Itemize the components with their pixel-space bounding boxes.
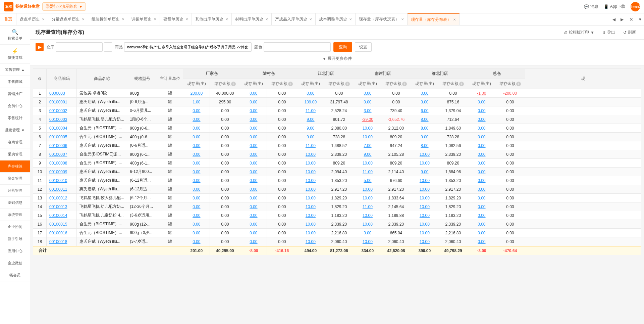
cell-yb-cur[interactable]: 10.00 [411, 194, 438, 202]
message-btn[interactable]: 💬 消息 [584, 4, 598, 9]
cell-jb-cur[interactable]: 10.00 [297, 237, 324, 246]
cell-yb-cur[interactable]: 8.00 [411, 115, 438, 124]
cell-code[interactable]: 00100003 [47, 115, 77, 124]
cell-jb-cur[interactable]: 9.00 [297, 115, 324, 124]
cell-lc-cur[interactable]: 0.00 [240, 237, 267, 246]
cell-jb-cur[interactable]: 9.00 [297, 133, 324, 141]
cell-code[interactable]: 00100004 [47, 124, 77, 133]
sidebar-item-membership[interactable]: 会员中心 [0, 100, 30, 112]
cell-lc-cur[interactable]: 0.00 [240, 89, 267, 98]
cell-total-cur[interactable]: 0.00 [468, 211, 495, 220]
cell-na-cur[interactable]: 10.00 [354, 133, 381, 141]
settings-gear-icon[interactable]: ⚙ [37, 76, 43, 82]
cell-total-cur[interactable]: 0.00 [468, 185, 495, 194]
cell-code[interactable]: 0000003 [47, 89, 77, 98]
sidebar-item-retail-mgmt[interactable]: 零售管理 ▲ [0, 64, 30, 76]
cell-na-cur[interactable]: 9.00 [354, 150, 381, 159]
cell-yb-cur[interactable]: 9.00 [411, 133, 438, 141]
cell-jb-cur[interactable]: 10.00 [297, 211, 324, 220]
color-input[interactable] [264, 42, 331, 52]
nav-close-all-btn[interactable]: ✕ [626, 13, 636, 26]
cell-lc-cur[interactable]: 0.00 [240, 98, 267, 106]
cell-yb-cur[interactable]: 10.00 [411, 185, 438, 194]
cell-code[interactable]: 00100011 [47, 185, 77, 194]
cell-lc-cur[interactable]: 0.00 [240, 220, 267, 229]
cell-fc-cur[interactable]: 0.00 [183, 150, 210, 159]
cell-lc-cur[interactable]: 0.00 [240, 168, 267, 176]
cell-total-cur[interactable]: 0.00 [468, 202, 495, 211]
print-btn[interactable]: 🖨 按模版打印 ▼ [561, 28, 597, 37]
sidebar-item-inventory[interactable]: 库存核算 [0, 160, 30, 173]
cell-code[interactable]: 00100001 [47, 98, 77, 106]
nav-menu-btn[interactable]: ▼ [636, 13, 644, 26]
query-btn[interactable]: 查询 [333, 42, 352, 52]
nav-next-btn[interactable]: ▶ [618, 13, 626, 26]
cell-code[interactable]: 00100013 [47, 202, 77, 211]
cell-yb-cur[interactable]: 10.00 [411, 159, 438, 168]
settings-btn[interactable]: 设置 [355, 42, 372, 52]
cell-na-cur[interactable]: 3.00 [354, 106, 381, 115]
cell-yb-cur[interactable]: 0.00 [411, 89, 438, 98]
cell-yb-cur[interactable]: 10.00 [411, 176, 438, 185]
cell-fc-cur[interactable]: 0.00 [183, 124, 210, 133]
sidebar-item-marketing[interactable]: 营销推广 [0, 88, 30, 100]
cell-lc-cur[interactable]: 0.00 [240, 141, 267, 150]
cell-yb-cur[interactable]: 10.00 [411, 211, 438, 220]
tab-pandian[interactable]: 盘点单历史 ✕ [16, 13, 48, 26]
cell-fc-cur[interactable]: 0.00 [183, 159, 210, 168]
cell-na-cur[interactable]: 10.00 [354, 194, 381, 202]
cell-code[interactable]: 00100006 [47, 141, 77, 150]
cell-fc-cur[interactable]: 0.00 [183, 141, 210, 150]
col-header-settings[interactable]: ⚙ [33, 69, 47, 89]
cell-jb-cur[interactable]: 10.00 [297, 168, 324, 176]
cell-fc-cur[interactable]: 0.00 [183, 106, 210, 115]
cell-jb-cur[interactable]: 109.00 [297, 98, 324, 106]
cell-lc-cur[interactable]: 0.00 [240, 229, 267, 237]
tab-tiaobodanhist[interactable]: 调拨单历史 ✕ [128, 13, 160, 26]
cell-code[interactable]: 00100014 [47, 211, 77, 220]
cell-yb-cur[interactable]: 8.00 [411, 124, 438, 133]
cell-jb-cur[interactable]: 10.00 [297, 220, 324, 229]
cell-jb-cur[interactable]: 0.00 [297, 89, 324, 98]
cell-na-cur[interactable]: 11.00 [354, 168, 381, 176]
industry-selector[interactable]: 母婴行业演示陈套 ▼ [42, 2, 86, 11]
cell-jb-cur[interactable]: 10.00 [297, 194, 324, 202]
info-icon[interactable]: i [459, 82, 464, 86]
cell-code[interactable]: 00100002 [47, 106, 77, 115]
tab-chanchengru[interactable]: 产成品入库单历史 ✕ [272, 13, 316, 26]
cell-code[interactable]: 00100015 [47, 220, 77, 229]
cell-code[interactable]: 00100018 [47, 237, 77, 246]
refresh-btn[interactable]: ↺ 刷新 [621, 28, 639, 37]
info-icon[interactable]: i [231, 82, 236, 86]
cell-yb-cur[interactable]: 10.00 [411, 202, 438, 211]
export-btn[interactable]: ⬇ 导出 [600, 28, 618, 37]
cell-na-cur[interactable]: 10.00 [354, 220, 381, 229]
cell-yb-cur[interactable]: 6.00 [411, 106, 438, 115]
cell-lc-cur[interactable]: 0.00 [240, 194, 267, 202]
cell-fc-cur[interactable]: 0.00 [183, 133, 210, 141]
cell-na-cur[interactable]: 3.00 [354, 229, 381, 237]
close-icon[interactable]: ✕ [309, 17, 312, 21]
cell-fc-cur[interactable]: 0.00 [183, 168, 210, 176]
close-icon[interactable]: ✕ [453, 18, 456, 21]
close-icon[interactable]: ✕ [265, 17, 268, 21]
sidebar-item-enterprise[interactable]: 企业协同 [0, 221, 30, 233]
cell-total-cur[interactable]: 0.00 [468, 141, 495, 150]
cell-fc-cur[interactable]: 0.00 [183, 237, 210, 246]
cell-fc-cur[interactable]: 200.00 [183, 89, 210, 98]
nav-prev-btn[interactable]: ◀ [610, 13, 618, 26]
cell-code[interactable]: 00100007 [47, 150, 77, 159]
tab-chengbentz[interactable]: 成本调整单历史 ✕ [316, 13, 356, 26]
expand-more-btn[interactable]: ▼ 展开更多条件 [320, 54, 355, 63]
cell-code[interactable]: 00100009 [47, 168, 77, 176]
cell-lc-cur[interactable]: 0.00 [240, 133, 267, 141]
cell-total-cur[interactable]: 0.00 [468, 237, 495, 246]
info-icon[interactable]: i [345, 82, 350, 86]
cell-fc-cur[interactable]: 0.00 [183, 185, 210, 194]
warehouse-ellipsis-btn[interactable]: ... [104, 42, 112, 52]
cell-jb-cur[interactable]: 10.00 [297, 159, 324, 168]
cell-code[interactable]: 00100005 [47, 133, 77, 141]
cell-fc-cur[interactable]: 0.00 [183, 115, 210, 124]
info-icon[interactable]: i [516, 82, 521, 86]
cell-total-cur[interactable]: 0.00 [468, 115, 495, 124]
